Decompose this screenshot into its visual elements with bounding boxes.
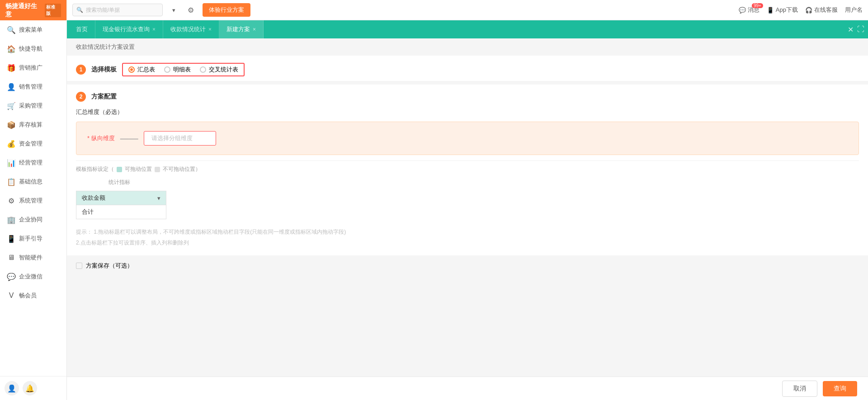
marketing-label: 营销推广 (19, 64, 42, 72)
dimension-row: * 纵向维度 —— 请选择分组维度 (87, 131, 848, 146)
unmovable-hint-text: 不可拖动位置） (163, 165, 201, 173)
radio-detail[interactable]: 明细表 (164, 66, 191, 74)
member-label: 畅会员 (19, 292, 37, 300)
tab-close-collection-stats[interactable]: × (208, 26, 212, 33)
metrics-col-header[interactable]: 收款金额 ▾ (76, 191, 166, 205)
search-box[interactable]: 🔍 搜索功能/单据 (72, 4, 163, 16)
dim-selector[interactable]: 请选择分组维度 (144, 131, 216, 146)
tab-cash-flow[interactable]: 现金银行流水查询× (95, 20, 163, 38)
radio-cross[interactable]: 交叉统计表 (200, 66, 238, 74)
sidebar-item-wechat[interactable]: 💬企业微信 (0, 267, 66, 286)
user-label: 用户名 (845, 6, 863, 14)
dimension-subsection: 汇总维度（必选） * 纵向维度 —— 请选择分组维度 (76, 108, 859, 155)
sidebar-item-inventory[interactable]: 📦库存核算 (0, 115, 66, 134)
tab-collection-stats[interactable]: 收款情况统计× (163, 20, 219, 38)
sidebar-item-basic-info[interactable]: 📋基础信息 (0, 172, 66, 191)
sidebar-item-funds[interactable]: 💰资金管理 (0, 134, 66, 153)
gear-icon[interactable]: ⚙ (184, 4, 197, 16)
online-service-label: 在线客服 (814, 6, 838, 14)
online-service-item[interactable]: 🎧 在线客服 (805, 6, 838, 14)
industry-button[interactable]: 体验行业方案 (203, 3, 250, 17)
search-placeholder: 搜索功能/单据 (86, 6, 120, 14)
topbar: 🔍 搜索功能/单据 ▾ ⚙ 体验行业方案 💬 消息 99+ 📱 App下载 🎧 … (67, 0, 868, 20)
sidebar-item-smart-hw[interactable]: 🖥智能硬件 (0, 248, 66, 267)
marketing-icon: 🎁 (7, 64, 15, 72)
tip-line-2: 2.点击标题栏下拉可设置排序、插入列和删除列 (76, 237, 859, 248)
guide-label: 新手引导 (19, 235, 42, 243)
user-name[interactable]: 用户名 (845, 6, 863, 14)
basic-info-label: 基础信息 (19, 178, 42, 186)
funds-icon: 💰 (7, 140, 15, 148)
search-menu-label: 搜索菜单 (19, 26, 42, 34)
step1-row: 1 选择模板 汇总表 明细表 交叉统计表 (76, 63, 859, 76)
dropdown-icon[interactable]: ▾ (168, 4, 179, 16)
logo-sub: 标准版 (45, 4, 61, 17)
basic-info-icon: 📋 (7, 178, 15, 186)
save-checkbox-label: 方案保存（可选） (86, 262, 133, 270)
sidebar-item-purchase[interactable]: 🛒采购管理 (0, 96, 66, 115)
metrics-header-text: 模板指标设定（ (76, 165, 114, 173)
metrics-table: 收款金额 ▾ 合计 (76, 191, 166, 219)
step1-circle: 1 (76, 65, 86, 75)
sales-icon: 👤 (7, 83, 15, 91)
metrics-area: 统计指标 收款金额 ▾ 合计 (76, 177, 859, 219)
tip-text-2: 2.点击标题栏下拉可设置排序、插入列和删除列 (76, 237, 189, 248)
sidebar-item-search-menu[interactable]: 🔍搜索菜单 (0, 20, 66, 39)
sidebar-item-system[interactable]: ⚙系统管理 (0, 191, 66, 210)
enterprise-icon: 🏢 (7, 216, 15, 224)
step1-label: 选择模板 (91, 66, 117, 74)
metrics-col-label: 收款金额 (82, 194, 105, 202)
sidebar-item-guide[interactable]: 📱新手引导 (0, 229, 66, 248)
movable-hint-text: 可拖动位置 (125, 165, 152, 173)
radio-label-detail: 明细表 (173, 66, 191, 74)
tab-close-cash-flow[interactable]: × (152, 26, 156, 33)
tab-new-plan[interactable]: 新建方案× (219, 20, 264, 38)
tab-close-all-icon[interactable]: ✕ (848, 25, 854, 34)
tab-expand-icon[interactable]: ⛶ (857, 25, 864, 33)
system-icon: ⚙ (7, 197, 15, 205)
app-download-item[interactable]: 📱 App下载 (767, 6, 798, 14)
divider1 (76, 160, 859, 161)
sidebar-item-operations[interactable]: 📊经营管理 (0, 153, 66, 172)
step2-row: 2 方案配置 (76, 92, 859, 102)
tips-area: 提示： 1.拖动标题栏可以调整布局，不可跨维度或指标区域拖动栏目字段(只能在同一… (76, 226, 859, 248)
service-icon: 🎧 (805, 7, 812, 14)
query-button[interactable]: 查询 (823, 381, 857, 396)
save-checkbox[interactable] (76, 263, 82, 269)
radio-label-cross: 交叉统计表 (209, 66, 238, 74)
tabbar: 首页现金银行流水查询×收款情况统计×新建方案× ✕ ⛶ (67, 20, 868, 38)
sidebar-item-enterprise[interactable]: 🏢企业协同 (0, 210, 66, 229)
footer: 取消 查询 (67, 376, 868, 400)
sidebar-bottom-icon-1[interactable]: 👤 (5, 381, 19, 395)
guide-icon: 📱 (7, 235, 15, 243)
metrics-dropdown-icon[interactable]: ▾ (157, 195, 160, 202)
sidebar-item-sales[interactable]: 👤销售管理 (0, 77, 66, 96)
cancel-button[interactable]: 取消 (782, 381, 817, 397)
wechat-label: 企业微信 (19, 273, 42, 281)
search-menu-icon: 🔍 (7, 26, 15, 34)
radio-summary[interactable]: 汇总表 (128, 66, 155, 74)
tab-close-new-plan[interactable]: × (253, 26, 256, 33)
dimension-title-row: 汇总维度（必选） (76, 108, 859, 116)
page-content: 收款情况统计方案设置 1 选择模板 汇总表 明细表 交叉统计表 (67, 38, 868, 400)
metrics-area-label: 统计指标 (108, 177, 134, 188)
tab-home[interactable]: 首页 (67, 20, 95, 38)
template-options-box: 汇总表 明细表 交叉统计表 (122, 63, 245, 76)
tip-line-1: 提示： 1.拖动标题栏可以调整布局，不可跨维度或指标区域拖动栏目字段(只能在同一… (76, 226, 859, 237)
tabbar-right: ✕ ⛶ (848, 25, 868, 34)
tab-label-new-plan: 新建方案 (226, 25, 250, 33)
sidebar-item-member[interactable]: V畅会员 (0, 286, 66, 305)
purchase-icon: 🛒 (7, 102, 15, 110)
main-area: 🔍 搜索功能/单据 ▾ ⚙ 体验行业方案 💬 消息 99+ 📱 App下载 🎧 … (67, 0, 868, 400)
step2-section: 2 方案配置 汇总维度（必选） * 纵向维度 —— 请选择分组维度 (67, 85, 868, 255)
page-title: 收款情况统计方案设置 (76, 43, 135, 50)
notification-icon: 💬 (739, 7, 746, 14)
notification-item[interactable]: 💬 消息 99+ (739, 6, 760, 14)
sales-label: 销售管理 (19, 83, 42, 91)
radio-circle-detail (164, 66, 170, 73)
page-inner: 收款情况统计方案设置 1 选择模板 汇总表 明细表 交叉统计表 (67, 38, 868, 312)
sidebar-bottom-icon-2[interactable]: 🔔 (23, 381, 37, 395)
wechat-icon: 💬 (7, 273, 15, 281)
sidebar-item-quick-nav[interactable]: 🏠快捷导航 (0, 39, 66, 58)
sidebar-item-marketing[interactable]: 🎁营销推广 (0, 58, 66, 77)
